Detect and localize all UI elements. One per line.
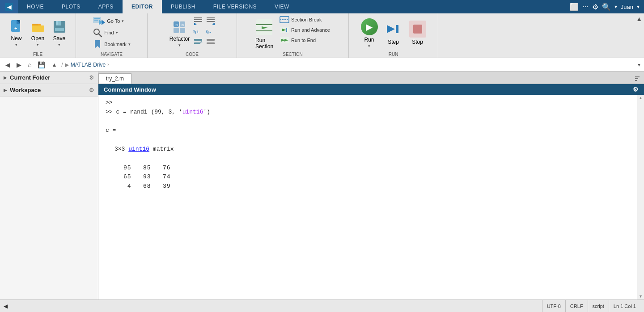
run-section-button[interactable]: Run Section [253,17,276,51]
section-sub-buttons: Section Break Run and Advance [277,15,333,52]
right-scrollbar[interactable]: ▲ ▼ [637,95,644,299]
goto-arrow[interactable]: ▾ [122,19,124,23]
tab-apps[interactable]: APPS [89,0,123,13]
indent-btn[interactable] [192,15,204,27]
sidebar-item-workspace[interactable]: ▶ Workspace ⚙ [0,84,98,97]
home-icon[interactable]: ⌂ [26,60,33,69]
menu-right: ⬜ ··· ⚙ 🔍 ▾ Juan ▾ [570,3,644,11]
stop-button-group: Stop [406,18,429,46]
matlab-logo[interactable]: ◀ [0,0,18,13]
ribbon-collapse-btn[interactable]: ▲ [634,13,644,58]
settings-icon[interactable]: ⚙ [592,3,598,11]
command-body: >> >> c = randi (99, 3, 'uint16') c = 3×… [98,95,644,299]
stop-button[interactable]: Stop [406,18,429,46]
user-arrow[interactable]: ▾ [637,4,640,10]
cmd-blank-1 [106,117,630,126]
find-arrow[interactable]: ▾ [116,30,118,35]
current-folder-settings-icon[interactable]: ⚙ [89,74,94,81]
open-arrow[interactable]: ▾ [37,42,39,47]
run-end-button[interactable]: Run to End [277,36,333,45]
cmd-blank-4 [106,191,630,201]
goto-label: Go To [107,18,120,24]
run-arrow[interactable]: ▾ [368,44,370,48]
find-button[interactable]: Find ▾ [91,27,132,38]
cmd-c-equals: c = [106,127,116,134]
nav-fwd-icon[interactable]: ▶ [15,60,23,69]
matlab-drive-link[interactable]: MATLAB Drive [71,62,106,68]
bookmark-arrow[interactable]: ▾ [128,42,131,46]
svg-text:%: % [175,23,178,27]
command-content[interactable]: >> >> c = randi (99, 3, 'uint16') c = 3×… [98,95,637,299]
save-label: Save [53,35,65,42]
new-button[interactable]: + New [6,17,27,42]
new-arrow[interactable]: ▾ [15,42,17,47]
new-button-group: + New ▾ [6,17,27,47]
open-button[interactable]: Open [28,17,48,42]
uncomment-btn[interactable]: %- [205,28,216,36]
current-folder-expand-icon: ▶ [4,75,7,80]
open-label: Open [31,35,44,42]
svg-text:%: % [181,23,184,27]
run-advance-label: Run and Advance [291,27,330,33]
run-group-label: RUN [349,52,438,57]
workspace-settings-icon[interactable]: ⚙ [89,87,94,93]
ribbon-group-section: Run Section Section Break [237,13,349,58]
tab-home[interactable]: HOME [18,0,53,13]
status-nav-left[interactable]: ◀ [4,303,8,309]
svg-marker-49 [387,25,395,33]
toolbar-icon-2[interactable]: ··· [582,3,588,11]
tab-editor[interactable]: EDITOR [123,0,162,13]
toolbar-icon-1[interactable]: ⬜ [570,3,579,11]
ribbon-group-navigate: Go To ▾ Find ▾ Bookmark ▾ NAVIGAT [76,13,148,58]
status-type[interactable]: script [588,300,609,312]
sidebar-item-current-folder[interactable]: ▶ Current Folder ⚙ [0,72,98,84]
format-btn[interactable] [205,37,216,48]
user-name[interactable]: Juan [621,4,633,10]
section-break-button[interactable]: Section Break [277,15,333,24]
goto-button[interactable]: Go To ▾ [91,15,132,27]
cmd-blank-3 [106,154,630,164]
bookmark-button[interactable]: Bookmark ▾ [91,38,132,50]
run-section-button-group: Run Section [253,17,276,51]
save-button[interactable]: Save [49,17,70,42]
search-icon[interactable]: 🔍 [602,3,611,11]
tab-view[interactable]: VIEW [266,0,298,13]
command-window: Command Window ⚙ >> >> c = randi (99, 3,… [98,84,644,299]
tab-plots[interactable]: PLOTS [53,0,89,13]
save-path-icon[interactable]: 💾 [36,60,47,69]
tab-file-versions[interactable]: FILE VERSIONS [204,0,266,13]
status-line-ending[interactable]: CRLF [565,300,588,312]
svg-rect-10 [55,28,64,31]
status-encoding[interactable]: UTF-8 [542,300,565,312]
editor-tab-try2[interactable]: try_2.m [98,73,131,84]
save-arrow[interactable]: ▾ [58,42,60,47]
tab-publish[interactable]: PUBLISH [162,0,204,13]
status-right: UTF-8 CRLF script Ln 1 Col 1 [542,300,640,312]
command-window-settings-icon[interactable]: ⚙ [633,86,639,93]
run-button[interactable]: ▶ Run [358,16,381,44]
svg-rect-9 [56,21,58,25]
ribbon-group-file: + New ▾ Open [0,13,76,58]
refactor-arrow[interactable]: ▾ [178,43,181,47]
outdent-btn[interactable] [205,15,216,27]
refactor-button[interactable]: % % Refactor [168,18,191,43]
section-group-label: SECTION [237,52,348,57]
wrap-btn[interactable] [192,37,204,48]
path-chevron: › [107,62,109,67]
step-button[interactable]: Step [382,18,405,46]
code-group-label: CODE [148,52,237,57]
file-buttons: + New ▾ Open [6,15,70,56]
navigate-group-label: NAVIGATE [76,52,147,57]
refactor-button-group: % % Refactor ▾ [168,18,191,47]
run-advance-button[interactable]: Run and Advance [277,25,333,34]
ribbon-group-run: ▶ Run ▾ Step [349,13,438,58]
up-icon[interactable]: ▲ [50,61,59,69]
editor-sort-icon[interactable] [631,74,644,84]
stop-label: Stop [412,39,423,45]
search-arrow[interactable]: ▾ [614,4,617,10]
comment-btn[interactable]: %+ [192,28,204,36]
nav-back-icon[interactable]: ◀ [4,60,12,69]
svg-text:◀: ◀ [7,4,12,10]
cmd-uint16-link[interactable]: uint16 [128,146,149,152]
path-dropdown[interactable]: ▾ [638,62,640,68]
